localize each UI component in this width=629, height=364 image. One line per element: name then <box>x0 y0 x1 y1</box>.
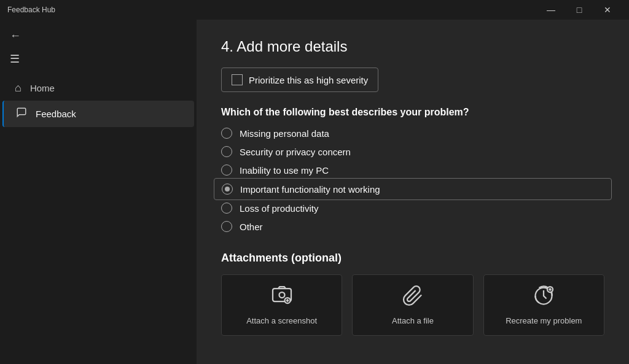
attach-screenshot-label: Attach a screenshot <box>246 316 317 325</box>
severity-label: Prioritize this as high severity <box>249 75 368 85</box>
radio-item-inability[interactable]: Inability to use my PC <box>221 165 604 176</box>
recreate-problem-label: Recreate my problem <box>506 316 582 325</box>
severity-checkbox[interactable] <box>232 74 243 85</box>
hamburger-icon: ☰ <box>10 53 20 65</box>
radio-circle-security <box>221 146 232 157</box>
maximize-button[interactable]: □ <box>565 0 593 20</box>
home-icon: ⌂ <box>15 82 21 95</box>
radio-group: Missing personal data Security or privac… <box>221 128 604 232</box>
attachment-cards: Attach a screenshot Attach a file <box>221 274 604 336</box>
hamburger-button[interactable]: ☰ <box>0 47 197 76</box>
attach-file-label: Attach a file <box>392 316 434 325</box>
radio-label-inability: Inability to use my PC <box>240 165 329 176</box>
radio-item-missing-data[interactable]: Missing personal data <box>221 128 604 139</box>
radio-label-other: Other <box>240 222 263 232</box>
recreate-icon <box>533 285 555 311</box>
sidebar-item-home-label: Home <box>30 83 55 93</box>
radio-label-missing-data: Missing personal data <box>240 128 329 139</box>
radio-circle-inability <box>221 165 232 176</box>
screenshot-icon <box>271 285 293 311</box>
sidebar-nav: ⌂ Home Feedback <box>0 76 197 127</box>
radio-circle-productivity <box>221 203 232 214</box>
back-icon: ← <box>10 29 21 42</box>
radio-item-security[interactable]: Security or privacy concern <box>221 146 604 157</box>
radio-circle-other <box>221 221 232 232</box>
close-button[interactable]: ✕ <box>593 0 622 20</box>
sidebar-item-feedback-label: Feedback <box>36 109 76 119</box>
back-button[interactable]: ← <box>0 25 197 47</box>
section-title: 4. Add more details <box>221 38 604 55</box>
radio-label-important-functionality: Important functionality not working <box>240 184 380 195</box>
sidebar-item-feedback[interactable]: Feedback <box>2 101 194 127</box>
recreate-problem-card[interactable]: Recreate my problem <box>483 274 604 336</box>
minimize-button[interactable]: — <box>537 0 565 20</box>
radio-circle-missing-data <box>221 128 232 139</box>
app-title: Feedback Hub <box>7 6 55 14</box>
attachments-title: Attachments (optional) <box>221 252 604 265</box>
radio-item-productivity[interactable]: Loss of productivity <box>221 203 604 214</box>
file-icon <box>402 285 424 311</box>
radio-item-important-functionality[interactable]: Important functionality not working <box>214 178 612 200</box>
sidebar: ← ☰ ⌂ Home Feedback <box>0 20 197 364</box>
radio-label-productivity: Loss of productivity <box>240 203 318 214</box>
sidebar-item-home[interactable]: ⌂ Home <box>2 76 194 101</box>
problem-question: Which of the following best describes yo… <box>221 107 604 118</box>
svg-point-1 <box>279 292 284 298</box>
feedback-icon <box>16 107 27 121</box>
severity-box[interactable]: Prioritize this as high severity <box>221 68 378 92</box>
main-content: 4. Add more details Prioritize this as h… <box>197 20 629 364</box>
radio-circle-important-functionality <box>222 184 233 195</box>
app-body: ← ☰ ⌂ Home Feedback 4. Add more details <box>0 20 629 364</box>
attach-file-card[interactable]: Attach a file <box>352 274 473 336</box>
radio-item-other[interactable]: Other <box>221 221 604 232</box>
window-controls: — □ ✕ <box>537 0 622 20</box>
radio-label-security: Security or privacy concern <box>240 147 351 157</box>
attach-screenshot-card[interactable]: Attach a screenshot <box>221 274 342 336</box>
titlebar: Feedback Hub — □ ✕ <box>0 0 629 20</box>
